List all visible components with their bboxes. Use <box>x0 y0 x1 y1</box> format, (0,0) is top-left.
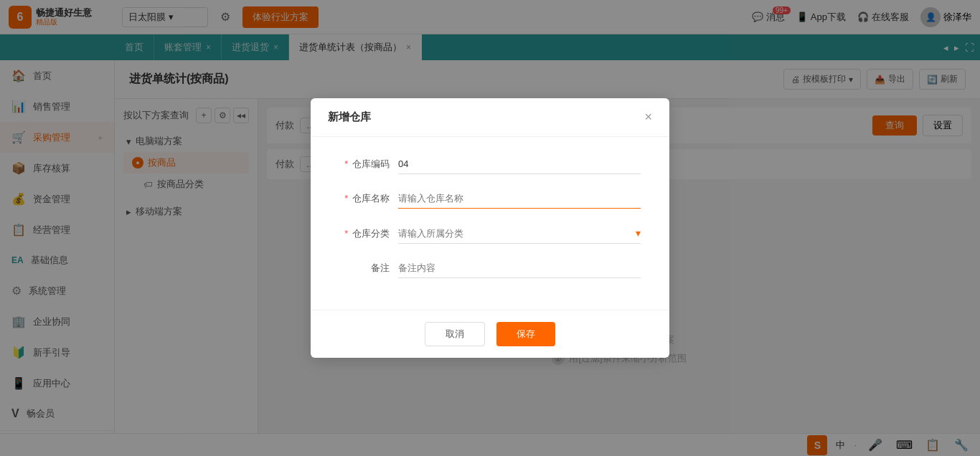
modal-body: * 仓库编码 * 仓库名称 * 仓库分类 ▾ <box>311 137 669 310</box>
save-button[interactable]: 保存 <box>496 322 555 346</box>
form-row-name: * 仓库名称 <box>339 189 641 209</box>
category-label: * 仓库分类 <box>339 227 390 240</box>
required-star-code: * <box>344 158 348 169</box>
form-row-category: * 仓库分类 ▾ <box>339 223 641 244</box>
warehouse-code-input[interactable] <box>398 154 641 174</box>
remark-label: 备注 <box>339 262 390 275</box>
required-star-category: * <box>344 228 348 239</box>
modal-title: 新增仓库 <box>328 110 371 124</box>
required-star-name: * <box>344 193 348 204</box>
form-row-remark: 备注 <box>339 258 641 278</box>
category-select-input[interactable] <box>398 228 636 239</box>
remark-input[interactable] <box>398 258 641 278</box>
name-label: * 仓库名称 <box>339 192 390 205</box>
cancel-button[interactable]: 取消 <box>425 322 485 346</box>
modal-header: 新增仓库 × <box>311 98 669 137</box>
category-select-wrapper[interactable]: ▾ <box>398 223 641 244</box>
modal-footer: 取消 保存 <box>311 310 669 358</box>
modal-close-button[interactable]: × <box>644 110 652 125</box>
warehouse-name-input[interactable] <box>398 189 641 209</box>
code-label: * 仓库编码 <box>339 158 390 171</box>
form-row-code: * 仓库编码 <box>339 154 641 174</box>
modal-overlay[interactable]: 新增仓库 × * 仓库编码 * 仓库名称 * <box>0 0 980 456</box>
new-warehouse-modal: 新增仓库 × * 仓库编码 * 仓库名称 * <box>311 98 669 358</box>
category-chevron-icon: ▾ <box>636 227 641 239</box>
